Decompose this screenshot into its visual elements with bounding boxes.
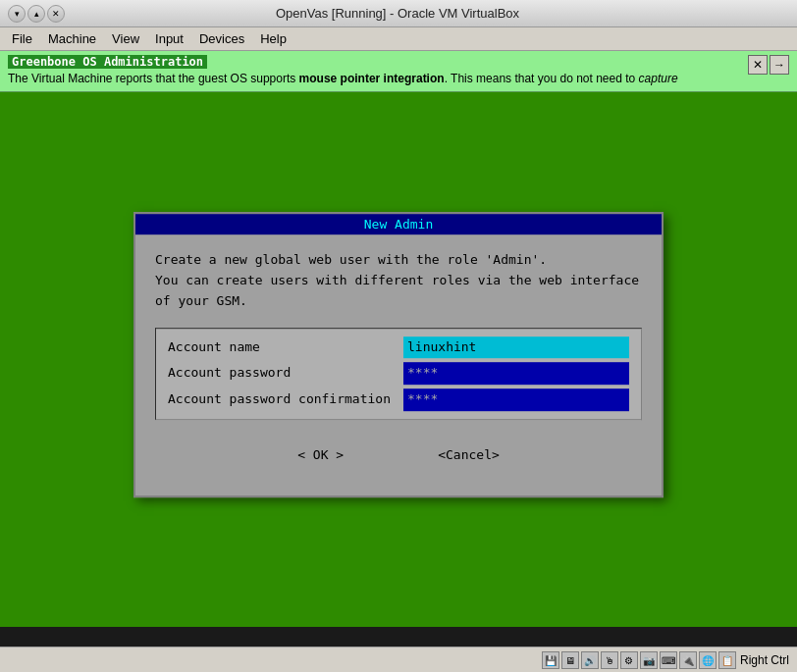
status-icon-mouse: 🖱 bbox=[601, 651, 618, 669]
notification-controls: ✕ → bbox=[748, 55, 789, 75]
status-icon-settings: ⚙ bbox=[620, 651, 638, 669]
notification-text-before: The Virtual Machine reports that the gue… bbox=[8, 72, 299, 85]
titlebar-left-controls: ▾ ▴ ✕ bbox=[8, 5, 65, 23]
account-password-confirm-row: Account password confirmation **** bbox=[168, 388, 629, 411]
close-button[interactable]: ✕ bbox=[47, 5, 65, 23]
notification-close-button[interactable]: ✕ bbox=[748, 55, 768, 75]
right-ctrl-label: Right Ctrl bbox=[740, 653, 789, 667]
status-icon-usb: 🔌 bbox=[679, 651, 697, 669]
status-icon-clipboard: 📋 bbox=[718, 651, 736, 669]
menu-help[interactable]: Help bbox=[252, 29, 294, 48]
new-admin-dialog: New Admin Create a new global web user w… bbox=[133, 212, 664, 497]
menu-machine[interactable]: Machine bbox=[40, 29, 104, 48]
notification-text-after: . This means that you do not need to bbox=[445, 72, 639, 85]
notification-bold-text: mouse pointer integration bbox=[299, 72, 445, 85]
account-password-confirm-label: Account password confirmation bbox=[168, 389, 403, 410]
menu-devices[interactable]: Devices bbox=[191, 29, 252, 48]
ok-button[interactable]: < OK > bbox=[290, 443, 351, 468]
vm-display: New Admin Create a new global web user w… bbox=[0, 92, 797, 646]
dialog-description: Create a new global web user with the ro… bbox=[155, 250, 642, 311]
dialog-buttons: < OK > <Cancel> bbox=[155, 436, 642, 480]
restore-button[interactable]: ▴ bbox=[27, 5, 45, 23]
ok-label: OK bbox=[313, 447, 329, 462]
titlebar: ▾ ▴ ✕ OpenVas [Running] - Oracle VM Virt… bbox=[0, 0, 797, 27]
account-password-row: Account password **** bbox=[168, 363, 629, 386]
cancel-button[interactable]: <Cancel> bbox=[430, 443, 507, 468]
dialog-desc-line2: You can create users with different role… bbox=[155, 271, 642, 291]
statusbar: 💾 🖥 🔊 🖱 ⚙ 📷 ⌨ 🔌 🌐 📋 Right Ctrl bbox=[0, 646, 797, 672]
notification-arrow-button[interactable]: → bbox=[770, 55, 789, 75]
notification-capture-text: capture bbox=[639, 72, 678, 85]
vm-bottom-bar bbox=[0, 627, 797, 646]
account-name-label: Account name bbox=[168, 337, 403, 358]
menu-file[interactable]: File bbox=[4, 29, 40, 48]
account-name-value[interactable]: linuxhint bbox=[403, 336, 629, 359]
notification-title: Greenbone OS Administration bbox=[8, 55, 207, 69]
menu-view[interactable]: View bbox=[104, 29, 147, 48]
account-password-confirm-value[interactable]: **** bbox=[403, 388, 629, 411]
dialog-container: New Admin Create a new global web user w… bbox=[133, 212, 664, 497]
account-password-label: Account password bbox=[168, 364, 403, 385]
dialog-titlebar: New Admin bbox=[135, 214, 662, 234]
ok-suffix: > bbox=[329, 447, 345, 462]
dialog-body: Create a new global web user with the ro… bbox=[135, 234, 662, 495]
account-password-value[interactable]: **** bbox=[403, 363, 629, 386]
status-icon-snapshot: 📷 bbox=[640, 651, 658, 669]
status-icon-display: 🖥 bbox=[561, 651, 579, 669]
notification-text: The Virtual Machine reports that the gue… bbox=[8, 72, 678, 85]
window-title: OpenVas [Running] - Oracle VM VirtualBox bbox=[65, 6, 730, 21]
ok-prefix: < bbox=[297, 447, 313, 462]
menu-input[interactable]: Input bbox=[147, 29, 191, 48]
status-icon-network: 🌐 bbox=[699, 651, 717, 669]
notification-bar: Greenbone OS Administration The Virtual … bbox=[0, 51, 797, 92]
fields-container: Account name linuxhint Account password … bbox=[155, 328, 642, 420]
account-name-row: Account name linuxhint bbox=[168, 336, 629, 359]
minimize-button[interactable]: ▾ bbox=[8, 5, 26, 23]
menubar: File Machine View Input Devices Help bbox=[0, 27, 797, 51]
status-icon-keyboard: ⌨ bbox=[660, 651, 677, 669]
status-icon-storage: 💾 bbox=[542, 651, 559, 669]
status-icons: 💾 🖥 🔊 🖱 ⚙ 📷 ⌨ 🔌 🌐 📋 bbox=[542, 651, 736, 669]
dialog-desc-line3: of your GSM. bbox=[155, 291, 642, 312]
dialog-desc-line1: Create a new global web user with the ro… bbox=[155, 250, 642, 271]
status-icon-audio: 🔊 bbox=[581, 651, 599, 669]
